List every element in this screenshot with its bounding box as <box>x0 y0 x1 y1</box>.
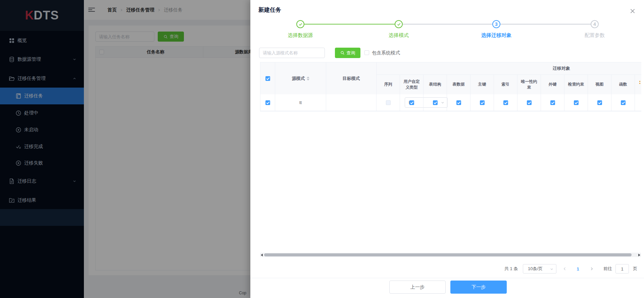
subcol-header-unique-constraint: 唯一性约束 <box>517 75 541 94</box>
select-all-cell <box>260 62 275 94</box>
prev-step-button[interactable]: 上一步 <box>389 281 446 294</box>
step-1-label: 选择数据源 <box>277 32 324 39</box>
row-select-checkbox[interactable] <box>265 100 270 105</box>
column-header-label: 源模式 <box>292 76 305 82</box>
page-size-select[interactable]: 10条/页 <box>523 264 556 274</box>
row-cell-table-structure <box>423 94 447 111</box>
clipped-column-sliver <box>639 81 640 86</box>
chevron-down-icon <box>550 267 554 271</box>
scrollbar-thumb[interactable] <box>264 253 632 256</box>
app-root: K DTS 概览 数据源管理 迁移任务管理 <box>0 0 644 298</box>
new-task-drawer: 新建任务 3 4 选择数据源 选择模式 选择迁移对象 配置参数 查询 <box>250 0 644 298</box>
subcol-header-sequence: 序列 <box>376 75 400 94</box>
column-header-target-schema: 目标模式 <box>326 62 376 94</box>
subcol-header-foreign-key: 外键 <box>541 75 564 94</box>
step-number: 4 <box>593 21 596 27</box>
scroll-left-arrow-icon[interactable] <box>261 254 263 256</box>
row-source-schema-cell: tt <box>275 94 326 111</box>
function-checkbox[interactable] <box>621 100 626 105</box>
page-number-1[interactable]: 1 <box>572 264 584 274</box>
index-checkbox[interactable] <box>503 100 508 105</box>
drawer-query-button[interactable]: 查询 <box>335 48 360 58</box>
subcol-header-clipped <box>635 75 641 94</box>
drawer-title: 新建任务 <box>258 6 281 14</box>
horizontal-scrollbar[interactable] <box>260 253 641 257</box>
source-schema-value: tt <box>299 100 302 105</box>
step-3-circle: 3 <box>492 20 500 28</box>
modal-mask[interactable] <box>0 0 250 298</box>
row-cell-function <box>611 94 635 111</box>
foreign-key-checkbox[interactable] <box>550 100 555 105</box>
row-cell-clipped <box>635 94 641 111</box>
footer-divider <box>250 278 644 278</box>
sort-caret-icon[interactable] <box>307 77 309 81</box>
row-cell-unique-constraint <box>517 94 541 111</box>
subcol-header-user-defined-type: 用户自定义类型 <box>400 75 423 94</box>
close-icon[interactable] <box>630 8 636 14</box>
check-constraint-checkbox[interactable] <box>574 100 579 105</box>
step-3-label: 选择迁移对象 <box>473 32 520 39</box>
row-cell-foreign-key <box>541 94 564 111</box>
column-group-label: 迁移对象 <box>548 65 575 71</box>
page-unit-label: 页 <box>633 266 637 272</box>
row-cell-table-data <box>447 94 470 111</box>
prev-page-arrow[interactable] <box>561 264 568 274</box>
row-cell-index <box>494 94 517 111</box>
next-step-button[interactable]: 下一步 <box>450 281 507 294</box>
sequence-checkbox[interactable] <box>386 100 391 105</box>
view-checkbox[interactable] <box>597 100 602 105</box>
row-cell-view <box>588 94 611 111</box>
next-page-arrow[interactable] <box>588 264 595 274</box>
source-schema-search-input[interactable] <box>259 48 325 58</box>
query-button-label: 查询 <box>347 50 355 56</box>
step-2-label: 选择模式 <box>375 32 422 39</box>
subcol-header-table-data: 表数据 <box>447 75 470 94</box>
include-system-schema-label: 包含系统模式 <box>372 50 400 56</box>
step-4-label: 配置参数 <box>571 32 618 39</box>
user-defined-type-checkbox[interactable] <box>409 100 414 105</box>
row-cell-sequence <box>376 94 400 111</box>
select-all-checkbox[interactable] <box>265 76 270 81</box>
step-number: 3 <box>495 21 498 27</box>
step-4-circle: 4 <box>591 20 599 28</box>
include-system-schema-checkbox[interactable] <box>364 50 369 55</box>
subcol-header-primary-key: 主键 <box>470 75 494 94</box>
subcol-header-function: 函数 <box>611 75 635 94</box>
search-icon <box>340 51 345 55</box>
subcol-header-table-structure: 表结构 <box>423 75 447 94</box>
column-group-migration-objects: 迁移对象 <box>376 62 641 75</box>
column-header-source-schema[interactable]: 源模式 <box>275 62 326 94</box>
step-connector-done <box>304 24 395 24</box>
goto-page-input[interactable] <box>615 264 629 274</box>
row-cell-user-defined-type <box>400 94 423 111</box>
scroll-right-arrow-icon[interactable] <box>638 254 640 256</box>
table-structure-checkbox[interactable] <box>433 100 438 105</box>
step-1-circle <box>296 20 304 28</box>
subcol-header-index: 索引 <box>494 75 517 94</box>
schema-table: 源模式 目标模式 迁移对象 序列 用户自定义类型 表结构 表数据 主键 索引 唯… <box>260 62 641 111</box>
step-2-circle <box>395 20 403 28</box>
row-cell-primary-key <box>470 94 494 111</box>
column-header-label: 目标模式 <box>343 76 360 82</box>
row-target-schema-cell: tt <box>326 94 376 111</box>
row-cell-check-constraint <box>564 94 588 111</box>
table-data-checkbox[interactable] <box>456 100 461 105</box>
goto-page-label: 前往 <box>603 266 612 272</box>
subcol-header-check-constraint: 检查约束 <box>564 75 588 94</box>
subcol-header-view: 视图 <box>588 75 611 94</box>
pagination-total: 共 1 条 <box>504 266 518 272</box>
unique-constraint-checkbox[interactable] <box>527 100 532 105</box>
page-size-value: 10条/页 <box>528 266 543 272</box>
step-connector <box>500 24 591 24</box>
primary-key-checkbox[interactable] <box>480 100 485 105</box>
step-connector <box>403 24 492 24</box>
row-select-cell <box>260 94 275 111</box>
table-row: tt tt <box>260 94 641 111</box>
